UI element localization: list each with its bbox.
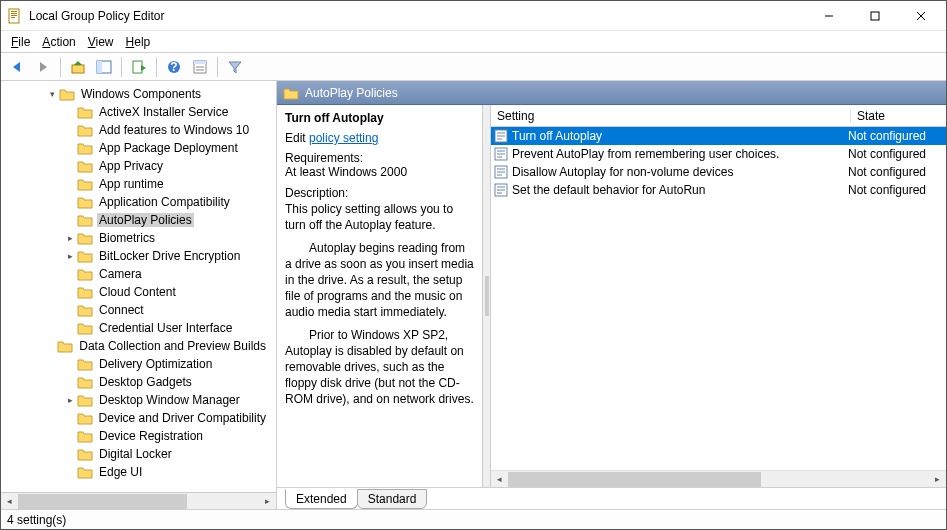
tree-label: Biometrics (97, 231, 157, 245)
column-header-setting[interactable]: Setting (491, 109, 851, 123)
folder-icon (77, 357, 93, 371)
scrollbar-thumb[interactable] (508, 472, 761, 487)
chevron-right-icon[interactable]: ▸ (63, 231, 77, 245)
list-row[interactable]: Turn off AutoplayNot configured (491, 127, 946, 145)
folder-icon (77, 465, 93, 479)
folder-icon (77, 267, 93, 281)
tree-item[interactable]: Credential User Interface (1, 319, 276, 337)
tree-item[interactable]: Application Compatibility (1, 193, 276, 211)
folder-icon (77, 231, 93, 245)
policy-icon (494, 147, 508, 161)
tab-standard[interactable]: Standard (357, 489, 428, 509)
close-button[interactable] (898, 1, 944, 31)
list-row[interactable]: Disallow Autoplay for non-volume devices… (491, 163, 946, 181)
tree-label: App Package Deployment (97, 141, 240, 155)
menu-view[interactable]: View (82, 33, 120, 51)
svg-text:?: ? (170, 60, 177, 74)
scroll-right-icon[interactable]: ▸ (259, 493, 276, 510)
properties-button[interactable] (188, 55, 212, 79)
list-row[interactable]: Set the default behavior for AutoRunNot … (491, 181, 946, 199)
splitter-handle[interactable] (483, 105, 491, 487)
folder-icon (77, 447, 93, 461)
svg-rect-1 (11, 11, 17, 12)
folder-icon (59, 87, 75, 101)
maximize-button[interactable] (852, 1, 898, 31)
folder-icon (77, 249, 93, 263)
tree-item[interactable]: ActiveX Installer Service (1, 103, 276, 121)
tree-label: Connect (97, 303, 146, 317)
edit-policy-line: Edit policy setting (285, 131, 474, 145)
chevron-down-icon[interactable]: ▾ (45, 87, 59, 101)
edit-policy-link[interactable]: policy setting (309, 131, 378, 145)
tree-item[interactable]: Camera (1, 265, 276, 283)
description-p1: This policy setting allows you to turn o… (285, 201, 474, 233)
toolbar-separator (121, 57, 122, 77)
menu-action[interactable]: Action (36, 33, 81, 51)
menu-help[interactable]: Help (120, 33, 157, 51)
toolbar-separator (60, 57, 61, 77)
tree-horizontal-scrollbar[interactable]: ◂ ▸ (1, 492, 276, 509)
tree-item[interactable]: ▸Desktop Window Manager (1, 391, 276, 409)
selected-setting-title: Turn off Autoplay (285, 111, 474, 125)
tree-item[interactable]: AutoPlay Policies (1, 211, 276, 229)
chevron-right-icon[interactable]: ▸ (63, 393, 77, 407)
row-state-text: Not configured (848, 147, 943, 161)
scroll-left-icon[interactable]: ◂ (491, 471, 508, 488)
column-header-state[interactable]: State (851, 109, 946, 123)
tree-item-windows-components[interactable]: ▾ Windows Components (1, 85, 276, 103)
list-row[interactable]: Prevent AutoPlay from remembering user c… (491, 145, 946, 163)
svg-rect-6 (871, 12, 879, 20)
folder-icon (77, 375, 93, 389)
tree-scroll[interactable]: ▾ Windows Components ActiveX Installer S… (1, 81, 276, 492)
chevron-right-icon[interactable]: ▸ (63, 249, 77, 263)
up-button[interactable] (66, 55, 90, 79)
tree-label: Application Compatibility (97, 195, 232, 209)
tree-item[interactable]: Cloud Content (1, 283, 276, 301)
help-button[interactable]: ? (162, 55, 186, 79)
tree-label: Camera (97, 267, 144, 281)
tree-item[interactable]: App Privacy (1, 157, 276, 175)
tree-item[interactable]: App Package Deployment (1, 139, 276, 157)
folder-icon (77, 321, 93, 335)
scroll-left-icon[interactable]: ◂ (1, 493, 18, 510)
tree-item[interactable]: App runtime (1, 175, 276, 193)
tree-label: Digital Locker (97, 447, 174, 461)
toolbar-separator (217, 57, 218, 77)
back-button[interactable] (5, 55, 29, 79)
list-horizontal-scrollbar[interactable]: ◂ ▸ (491, 470, 946, 487)
tab-extended[interactable]: Extended (285, 489, 358, 509)
folder-icon (77, 303, 93, 317)
minimize-button[interactable] (806, 1, 852, 31)
tree-label: Cloud Content (97, 285, 178, 299)
forward-button[interactable] (31, 55, 55, 79)
show-hide-tree-button[interactable] (92, 55, 116, 79)
titlebar: Local Group Policy Editor (1, 1, 946, 31)
policy-icon (494, 183, 508, 197)
tree-item[interactable]: Edge UI (1, 463, 276, 481)
scroll-right-icon[interactable]: ▸ (929, 471, 946, 488)
tree-item[interactable]: Device Registration (1, 427, 276, 445)
tree-item[interactable]: Desktop Gadgets (1, 373, 276, 391)
requirements-label: Requirements: (285, 151, 474, 165)
tree-item[interactable]: Data Collection and Preview Builds (1, 337, 276, 355)
main-area: ▾ Windows Components ActiveX Installer S… (1, 81, 946, 509)
tree-item[interactable]: Add features to Windows 10 (1, 121, 276, 139)
menu-file[interactable]: File (5, 33, 36, 51)
tree-item[interactable]: Delivery Optimization (1, 355, 276, 373)
tree-item[interactable]: Digital Locker (1, 445, 276, 463)
policy-icon (494, 129, 508, 143)
scrollbar-thumb[interactable] (18, 494, 187, 509)
list-rows[interactable]: Turn off AutoplayNot configuredPrevent A… (491, 127, 946, 470)
policy-icon (494, 165, 508, 179)
row-setting-text: Set the default behavior for AutoRun (512, 183, 848, 197)
tree-item[interactable]: ▸BitLocker Drive Encryption (1, 247, 276, 265)
tree-item[interactable]: Device and Driver Compatibility (1, 409, 276, 427)
svg-rect-2 (11, 13, 17, 14)
filter-button[interactable] (223, 55, 247, 79)
toolbar-separator (156, 57, 157, 77)
tree-item[interactable]: ▸Biometrics (1, 229, 276, 247)
export-button[interactable] (127, 55, 151, 79)
tree-label: Delivery Optimization (97, 357, 214, 371)
tree-item[interactable]: Connect (1, 301, 276, 319)
toolbar: ? (1, 53, 946, 81)
